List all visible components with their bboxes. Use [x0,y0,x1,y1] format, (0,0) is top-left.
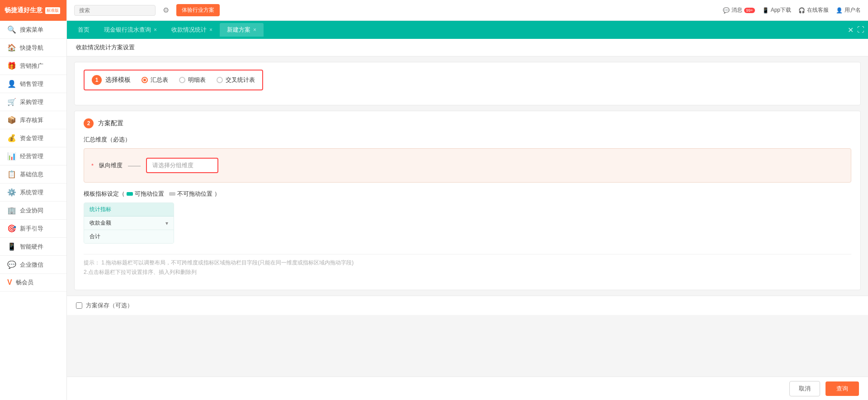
search-icon: 🔍 [7,25,16,34]
non-draggable-label: 不可拖动位置 [177,190,212,198]
sidebar-item-label: 系统管理 [20,188,43,197]
tab-expand-icon[interactable]: ⛶ [857,26,864,34]
template-section: 1 选择模板 汇总表 明细表 [74,62,861,105]
gear-icon: ⚙️ [7,188,16,197]
metrics-label-text: 模板指标设定（ [84,190,125,197]
sidebar-item-search[interactable]: 🔍 搜索菜单 [0,21,66,39]
sidebar-item-label: 采购管理 [20,98,43,106]
settings-icon[interactable]: ⚙ [163,6,169,14]
sidebar-item-member[interactable]: V 畅会员 [0,274,66,292]
box-icon: 📦 [7,116,16,124]
service-label: 在线客服 [807,6,829,14]
metrics-close: ） [214,190,220,197]
notification-btn[interactable]: 💬 消息 99+ [723,6,755,14]
tab-home[interactable]: 首页 [71,23,97,37]
radio-cross[interactable]: 交叉统计表 [217,76,255,84]
sidebar-item-sales[interactable]: 👤 销售管理 [0,75,66,93]
tab-cashflow[interactable]: 现金银行流水查询 × [97,23,164,37]
chat-icon: 💬 [7,260,16,269]
radio-detail-label: 明细表 [188,76,206,84]
sidebar-item-label: 快捷导航 [20,44,43,52]
tab-cashflow-close[interactable]: × [154,27,157,33]
radio-cross-label: 交叉统计表 [226,76,255,84]
sidebar-item-inventory[interactable]: 📦 库存核算 [0,111,66,129]
sidebar-item-system[interactable]: ⚙️ 系统管理 [0,184,66,202]
cart-icon: 🛒 [7,98,16,106]
sidebar-item-label: 企业协同 [20,207,43,215]
sidebar-item-wechat[interactable]: 💬 企业微信 [0,256,66,274]
sidebar-item-label: 基础信息 [20,170,43,179]
step2-label: 方案配置 [98,119,123,127]
metrics-row-total: 合计 [84,230,174,243]
non-draggable-indicator [169,192,175,196]
sidebar-item-basic[interactable]: 📋 基础信息 [0,165,66,184]
legend-draggable-item: 可拖动位置 [127,190,164,198]
tab-new-plan[interactable]: 新建方案 × [220,23,264,37]
search-input[interactable] [74,5,156,16]
radio-cross-circle [217,77,223,83]
target-icon: 🎯 [7,224,16,233]
sidebar-item-operations[interactable]: 📊 经营管理 [0,147,66,165]
draggable-label: 可拖动位置 [135,190,164,198]
metrics-header: 统计指标 [84,203,174,216]
radio-summary-circle [142,77,148,83]
metrics-section: 模板指标设定（ 可拖动位置 不可拖动位置 ） 统计指标 [84,190,851,245]
sidebar-item-label: 库存核算 [20,116,43,124]
sidebar-item-newbie[interactable]: 🎯 新手引导 [0,220,66,238]
main-content: ⚙ 体验行业方案 💬 消息 99+ 📱 App下载 🎧 在线客服 👤 用户名 [67,0,868,400]
headset-icon: 🎧 [798,7,805,14]
legend-non-draggable-item: 不可拖动位置 [169,190,212,198]
home-icon: 🏠 [7,43,16,52]
download-icon: 📱 [762,7,769,14]
metrics-total-label: 合计 [90,233,100,240]
logo-badge: 标准版 [45,7,60,14]
tab-new-plan-label: 新建方案 [227,26,250,34]
sidebar-item-quicknav[interactable]: 🏠 快捷导航 [0,39,66,57]
metrics-row-amount[interactable]: 收款金额 ▾ [84,216,174,230]
tips-section: 提示： 1.拖动标题栏可以调整布局，不可跨维度或指标区域拖动栏目字段(只能在同一… [84,254,851,282]
topbar-right: 💬 消息 99+ 📱 App下载 🎧 在线客服 👤 用户名 [723,6,861,14]
dimension-section-label: 汇总维度（必选） [84,136,851,144]
page-title: 收款情况统计方案设置 [76,44,135,51]
confirm-button[interactable]: 查询 [826,381,859,396]
metrics-dropdown-icon[interactable]: ▾ [165,220,168,226]
sidebar-item-label: 营销推广 [20,62,43,70]
sidebar-item-purchase[interactable]: 🛒 采购管理 [0,93,66,111]
cancel-button[interactable]: 取消 [789,381,820,396]
tab-receipts[interactable]: 收款情况统计 × [164,23,220,37]
industry-btn[interactable]: 体验行业方案 [176,4,220,16]
required-star: * [91,162,94,169]
building-icon: 🏢 [7,206,16,215]
page-content: 收款情况统计方案设置 1 选择模板 汇总表 [67,39,868,400]
save-checkbox[interactable] [76,302,82,309]
vertical-label: 纵向维度 [99,161,123,169]
tab-close-all-icon[interactable]: ✕ [848,26,854,34]
user-avatar[interactable]: 👤 用户名 [836,6,861,14]
metrics-label: 模板指标设定（ 可拖动位置 不可拖动位置 ） [84,190,851,198]
tip2: 2.点击标题栏下拉可设置排序、插入列和删除列 [84,268,851,276]
download-btn[interactable]: 📱 App下载 [762,6,791,14]
metrics-table: 统计指标 收款金额 ▾ 合计 [84,202,174,244]
sidebar-item-enterprise[interactable]: 🏢 企业协同 [0,202,66,220]
tab-new-plan-close[interactable]: × [253,27,256,33]
radio-summary[interactable]: 汇总表 [142,76,168,84]
download-label: App下载 [771,6,791,14]
tab-receipts-close[interactable]: × [209,27,212,33]
dimension-select[interactable]: 请选择分组维度 [146,158,218,173]
sidebar-item-label: 畅会员 [16,278,33,287]
chart-icon: 📊 [7,152,16,160]
sidebar-item-hardware[interactable]: 📱 智能硬件 [0,238,66,256]
sidebar-item-finance[interactable]: 💰 资金管理 [0,129,66,147]
avatar-icon: 👤 [836,7,843,14]
arrow-icon: —— [128,162,141,169]
radio-detail[interactable]: 明细表 [179,76,206,84]
step1-header: 1 选择模板 汇总表 明细表 [84,70,851,90]
tab-cashflow-label: 现金银行流水查询 [104,26,151,34]
service-btn[interactable]: 🎧 在线客服 [798,6,829,14]
page-header: 收款情况统计方案设置 [67,39,868,56]
sidebar-item-marketing[interactable]: 🎁 营销推广 [0,57,66,75]
sidebar-item-label: 企业微信 [20,261,43,269]
sidebar-item-label: 经营管理 [20,152,43,160]
config-section: 2 方案配置 汇总维度（必选） * 纵向维度 —— 请选择分组维度 [74,111,861,290]
save-label: 方案保存（可选） [86,301,133,310]
